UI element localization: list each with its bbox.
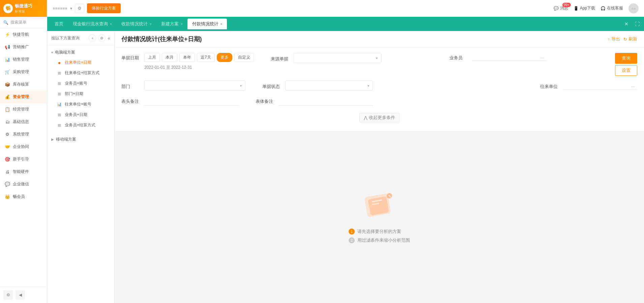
app-label: App下载 <box>580 5 595 11</box>
scheme-unit-date[interactable]: ● 往来单位+日期 <box>47 57 114 68</box>
trial-btn[interactable]: 体验行业方案 <box>87 3 121 13</box>
sidebar-item-inventory[interactable]: 📦 库存核算 <box>0 78 47 91</box>
tab-cashflow-close[interactable]: × <box>110 22 112 26</box>
sidebar-search[interactable]: 🔍 搜索菜单 <box>0 17 47 28</box>
left-panel-header: 按以下方案查询 + ⚙ « <box>47 31 114 46</box>
tab-new-label: 新建方案 <box>161 21 179 27</box>
sidebar-item-label: 经营管理 <box>13 107 29 112</box>
query-btn[interactable]: 查询 <box>615 53 637 64</box>
notice-btn[interactable]: 💬 消息 99+ <box>554 5 568 11</box>
sidebar-item-guide[interactable]: 🎯 新手引导 <box>0 153 47 165</box>
scheme-staff-account[interactable]: ▦ 业务员+账号 <box>47 78 114 89</box>
staff-input[interactable]: ... <box>472 53 547 61</box>
header-note-input[interactable] <box>144 95 239 105</box>
tab-cashflow[interactable]: 现金银行流水查询 × <box>68 19 117 29</box>
tab-close-all-btn[interactable]: ✕ <box>622 20 631 28</box>
tab-bar: 首页 现金银行流水查询 × 收款情况统计 × 新建方案 × 付款情况统计 × ✕… <box>47 17 644 31</box>
source-select[interactable]: ▾ <box>294 53 381 63</box>
staff-label: 业务员 <box>449 53 470 61</box>
export-btn[interactable]: ↑ 导出 <box>608 36 620 42</box>
scheme-item-label: 业务员+账号 <box>65 81 87 86</box>
sidebar-item-label: 企业协同 <box>13 144 29 150</box>
collapse-icon: ◀ <box>19 293 22 297</box>
tab-receipt-stat[interactable]: 收款情况统计 × <box>117 19 156 29</box>
header-note-label: 表头备注 <box>121 96 142 104</box>
tab-payment-stat[interactable]: 付款情况统计 × <box>187 19 227 29</box>
date-btn-more[interactable]: 更多 <box>217 53 232 62</box>
date-btn-last-month[interactable]: 上月 <box>144 53 160 62</box>
sidebar-item-purchase[interactable]: 🛒 采购管理 <box>0 66 47 78</box>
refresh-btn[interactable]: ↻ 刷新 <box>623 36 637 42</box>
topbar-settings-btn[interactable]: ⚙ <box>75 4 84 13</box>
left-panel-add-btn[interactable]: + <box>89 34 96 42</box>
tab-expand-btn[interactable]: ⛶ <box>633 20 641 28</box>
left-panel-title: 按以下方案查询 <box>51 35 80 41</box>
tab-new-close[interactable]: × <box>181 22 183 26</box>
sidebar-settings-btn[interactable]: ⚙ <box>3 290 13 300</box>
scheme-staff-settle[interactable]: ▦ 业务员+结算方式 <box>47 120 114 130</box>
app-download-btn[interactable]: 📱 App下载 <box>574 5 595 11</box>
tip-text-2: 用过滤条件来缩小分析范围 <box>357 237 410 243</box>
user-avatar[interactable]: ■■ <box>628 3 639 13</box>
scheme-unit-account[interactable]: 📊 往来单位+账号 <box>47 99 114 110</box>
page-header-actions: ↑ 导出 ↻ 刷新 <box>608 36 638 42</box>
sales-icon: 📊 <box>5 57 10 62</box>
date-btn-custom[interactable]: 自定义 <box>234 53 254 62</box>
tab-payment-close[interactable]: × <box>221 22 223 26</box>
mobile-group-label: 移动端方案 <box>56 137 76 142</box>
sidebar-item-enterprise[interactable]: 🤝 企业协同 <box>0 141 47 153</box>
tab-receipt-label: 收款情况统计 <box>121 21 148 27</box>
date-btn-this-month[interactable]: 本月 <box>162 53 177 62</box>
filter-settings-btn[interactable]: 设置 <box>615 65 637 76</box>
sidebar-item-basic[interactable]: 🗂 基础信息 <box>0 116 47 128</box>
left-panel-settings-btn[interactable]: ⚙ <box>98 34 106 42</box>
sidebar-item-system[interactable]: ⚙ 系统管理 <box>0 128 47 141</box>
date-btn-7days[interactable]: 近7天 <box>197 53 215 62</box>
left-panel-actions: + ⚙ « <box>89 34 110 42</box>
sidebar-nav: ⚡ 快捷导航 📢 营销推广 📊 销售管理 🛒 采购管理 📦 库存核算 💰 资金管… <box>0 28 47 286</box>
empty-tips: 1 请先选择要分析的方案 2 用过滤条件来缩小分析范围 <box>349 229 410 246</box>
scheme-unit-settle[interactable]: ▦ 往来单位+结算方式 <box>47 68 114 78</box>
sidebar-item-label: 系统管理 <box>13 131 29 137</box>
body-note-input[interactable] <box>279 95 373 105</box>
scheme-item-label: 往来单位+账号 <box>65 101 91 107</box>
tab-home[interactable]: 首页 <box>50 19 68 29</box>
sidebar-item-marketing[interactable]: 📢 营销推广 <box>0 41 47 53</box>
left-panel: 按以下方案查询 + ⚙ « ▾ 电脑端方案 <box>47 31 115 303</box>
topbar-right: 💬 消息 99+ 📱 App下载 🎧 在线客服 ■■ <box>554 3 639 13</box>
mobile-group-header[interactable]: ▶ 移动端方案 <box>47 134 114 144</box>
dept-select[interactable]: ▾ <box>144 81 245 91</box>
collapse-arrow: « <box>108 35 110 41</box>
doc-status-arrow: ▾ <box>368 84 369 88</box>
refresh-icon: ↻ <box>623 37 627 42</box>
tip-num-2: 2 <box>349 237 355 243</box>
sidebar-footer: ⚙ ◀ <box>0 286 47 303</box>
scheme-dept-date[interactable]: ▦ 部门+日期 <box>47 89 114 99</box>
scheme-item-label: 部门+日期 <box>65 91 83 97</box>
sidebar-item-hardware[interactable]: 🖨 智能硬件 <box>0 165 47 178</box>
sidebar-item-quick-nav[interactable]: ⚡ 快捷导航 <box>0 28 47 41</box>
sidebar-item-capital[interactable]: 💰 资金管理 <box>0 91 47 103</box>
sidebar-collapse-btn[interactable]: ◀ <box>16 290 25 300</box>
sidebar-item-member[interactable]: 👑 畅会员 <box>0 190 47 203</box>
doc-status-select[interactable]: ▾ <box>285 81 373 91</box>
member-icon: 👑 <box>5 194 10 200</box>
body-note-label: 表体备注 <box>256 96 276 104</box>
scheme-item-label: 业务员+结算方式 <box>65 122 95 128</box>
staff-dots: ... <box>540 54 544 59</box>
sidebar-item-wechat[interactable]: 💬 企业微信 <box>0 178 47 190</box>
date-btn-this-year[interactable]: 本年 <box>179 53 195 62</box>
tabs-actions: ✕ ⛶ <box>622 20 641 28</box>
scheme-staff-date[interactable]: ▦ 业务员+日期 <box>47 110 114 120</box>
online-service-btn[interactable]: 🎧 在线客服 <box>601 5 623 11</box>
left-panel-collapse-btn[interactable]: « <box>108 35 110 41</box>
tab-receipt-close[interactable]: × <box>150 22 152 26</box>
desktop-group-header[interactable]: ▾ 电脑端方案 <box>47 48 114 57</box>
tab-new-plan[interactable]: 新建方案 × <box>156 19 187 29</box>
partner-input[interactable]: ... <box>563 82 637 90</box>
collapse-filter-btn[interactable]: ⋀ 收起更多条件 <box>359 113 400 122</box>
sidebar-item-operation[interactable]: 📋 经营管理 <box>0 103 47 116</box>
filter-area: 单据日期 上月 本月 本年 近7天 更多 自定义 2022-01-01 至 20… <box>115 48 644 131</box>
scheme-grid-icon4: ▦ <box>57 112 62 118</box>
sidebar-item-sales[interactable]: 📊 销售管理 <box>0 53 47 66</box>
